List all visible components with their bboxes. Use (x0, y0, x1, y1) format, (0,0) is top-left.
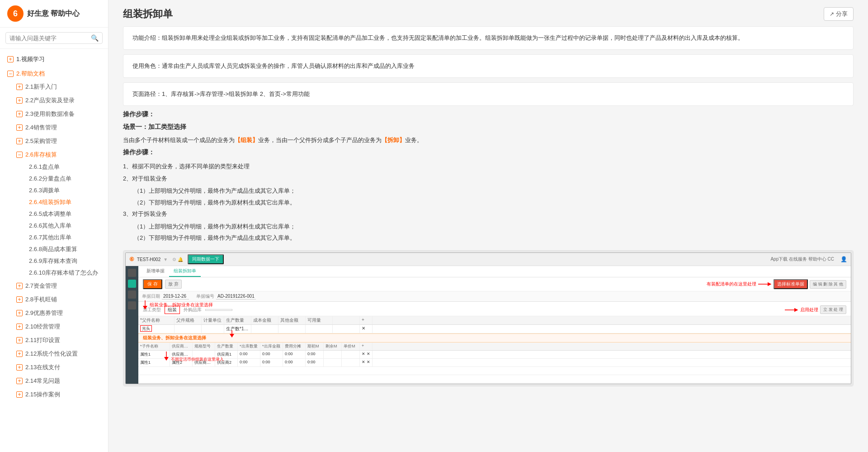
nav-deep-items-26: 2.6.1盘点单 2.6.2分量盘点单 2.6.3调拨单 2.6.4组装拆卸单 … (16, 161, 108, 279)
sidebar-item-261[interactable]: 2.6.1盘点单 (25, 161, 108, 173)
ss-lr2-rm (324, 359, 342, 366)
nav-sub-section-25: + 2.5采购管理 (16, 135, 108, 147)
nav-tree: + 1.视频学习 − 2.帮助文档 + 2.1新手入门 (0, 49, 108, 452)
plus-icon-212: + (16, 351, 23, 357)
search-box[interactable]: 🔍 (5, 32, 103, 44)
ss-col-other-amt: 其他金额 (278, 316, 306, 324)
sidebar-item-262[interactable]: 2.6.2分量盘点单 (25, 173, 108, 185)
nav-sub-section-212: + 2.12系统个性化设置 (16, 347, 108, 360)
sidebar-item-264[interactable]: 2.6.4组装拆卸单 (25, 196, 108, 208)
sidebar-item-24[interactable]: + 2.4销售管理 (16, 121, 108, 134)
sidebar-item-26-label: 2.6库存核算 (25, 151, 57, 159)
ss-arrow5 (163, 352, 170, 361)
ss-apply-btn[interactable]: 立 发 处 理 (820, 305, 846, 314)
ss-cancel-btn[interactable]: 放 弃 (165, 280, 182, 289)
ss-dropdown-arrow: ▼ (163, 257, 168, 262)
ss-user-icon: 👤 (840, 256, 847, 262)
ss-upper-cell-other (278, 325, 306, 333)
ss-col-price: 单价M (342, 343, 360, 350)
ss-date-label: 单据日期 (142, 293, 160, 300)
ss-upper-cell-spec (175, 325, 202, 333)
ss-arrow4 (229, 330, 235, 338)
screenshot-window: ⑥ TEST-H002 ▼ ⚙ 🔔 同期数据一下 App下载 在线服务 帮助中心… (125, 252, 851, 384)
sidebar-item-28[interactable]: + 2.8手机旺铺 (16, 293, 108, 306)
sidebar-item-26[interactable]: − 2.6库存核算 (16, 148, 108, 161)
ss-lower-table-header: *子件名称 供应商编号 规格型号 生产数量 *出库数量 *出库金额 费用分摊 期… (138, 343, 851, 351)
ss-select-standard-btn[interactable]: 选择标准单据 (774, 279, 808, 289)
ss-annotation1-text: 有装配清单的在这里处理 (707, 281, 756, 287)
sidebar-item-video[interactable]: + 1.视频学习 (0, 52, 108, 66)
sidebar-item-29[interactable]: + 2.9优惠券管理 (16, 307, 108, 319)
plus-icon-24: + (16, 124, 23, 131)
plus-icon-22: + (16, 97, 23, 104)
sidebar-item-212[interactable]: + 2.12系统个性化设置 (16, 347, 108, 360)
ss-upper-cell-avail (306, 325, 333, 333)
ss-lr2-oa: 0:00 (260, 359, 283, 366)
ss-nav-icon-2 (128, 280, 136, 288)
ss-col-extra (333, 316, 360, 324)
op-steps-label2: 操作步骤： (123, 148, 854, 157)
sidebar-item-210[interactable]: + 2.10经营管理 (16, 320, 108, 333)
sidebar-item-215-label: 2.15操作案例 (25, 390, 60, 399)
ss-col-avail: 可用量 (306, 316, 333, 324)
ss-upper-table-header: *父件名称 父件规格 计量单位 生产数量 成本金额 其他金额 可用量 + (138, 316, 851, 325)
ss-annotation1-area: 有装配清单的在这里处理 选择标准单据 编 辑 删 除 其 他 (707, 279, 846, 289)
ss-lower-table: *子件名称 供应商编号 规格型号 生产数量 *出库数量 *出库金额 费用分摊 期… (138, 343, 851, 384)
sidebar-item-29-label: 2.9优惠券管理 (25, 309, 63, 317)
svg-marker-2 (143, 306, 147, 309)
share-button[interactable]: ↗ 分享 (824, 7, 854, 21)
step1: 1、根据不同的业务，选择不同单据的类型来处理 (123, 161, 854, 171)
search-input[interactable] (9, 35, 91, 42)
sidebar-item-263[interactable]: 2.6.3调拨单 (25, 185, 108, 196)
sidebar-item-22-label: 2.2产品安装及登录 (25, 96, 75, 105)
ss-left-nav (126, 266, 138, 384)
screenshot-wrap: ⑥ TEST-H002 ▼ ⚙ 🔔 同期数据一下 App下载 在线服务 帮助中心… (123, 250, 854, 386)
share-label: 分享 (836, 10, 848, 18)
ss-no-label: 单据编号 (196, 293, 214, 300)
sidebar-item-23[interactable]: + 2.3使用前数据准备 (16, 108, 108, 120)
ss-col-remain: 剩余M (324, 343, 342, 350)
plus-icon-28: + (16, 296, 23, 303)
sidebar-item-269[interactable]: 2.6.9库存账本查询 (25, 255, 108, 267)
ss-lr1-oa: 0:00 (260, 351, 283, 358)
sidebar-item-215[interactable]: + 2.15操作案例 (16, 388, 108, 401)
sidebar-item-27[interactable]: + 2.7资金管理 (16, 280, 108, 292)
sidebar-item-214[interactable]: + 2.14常见问题 (16, 375, 108, 387)
sidebar-item-266[interactable]: 2.6.6其他入库单 (25, 220, 108, 232)
intro-text-2: 使用角色：通常由生产人员或库管人员完成拆装业务的操作，库管人员确认原材料的出库和… (132, 62, 415, 69)
sidebar-item-268[interactable]: 2.6.8商品成本重算 (25, 243, 108, 255)
step3: 3、对于拆装业务 (123, 209, 854, 219)
plus-icon-211: + (16, 337, 23, 343)
plus-icon-215: + (16, 391, 23, 398)
nav-section-video: + 1.视频学习 (0, 52, 108, 66)
sidebar-item-211[interactable]: + 2.11打印设置 (16, 334, 108, 347)
scenario1-desc: 当由多个子件材料组装成一个成品的业务为【组装】业务，当由一个父件拆分成多个子产品… (123, 135, 854, 145)
search-icon[interactable]: 🔍 (91, 34, 99, 42)
sidebar-item-25[interactable]: + 2.5采购管理 (16, 135, 108, 147)
screenshot-topbar: ⑥ TEST-H002 ▼ ⚙ 🔔 同期数据一下 App下载 在线服务 帮助中心… (126, 253, 851, 266)
ss-col-prod-qty2: 生产数量 (215, 343, 238, 350)
ss-col-init-m: 期初M (306, 343, 324, 350)
ss-icons: ⚙ 🔔 (172, 257, 183, 262)
sidebar-item-2610[interactable]: 2.6.10库存账本错了怎么办 (25, 267, 108, 279)
intro-box-2: 使用角色：通常由生产人员或库管人员完成拆装业务的操作，库管人员确认原材料的出库和… (123, 54, 854, 78)
ss-col-op2: + (360, 343, 373, 350)
sidebar-item-267[interactable]: 2.6.7其他出库单 (25, 232, 108, 243)
sidebar-item-docs[interactable]: − 2.帮助文档 (0, 67, 108, 81)
sidebar-item-265[interactable]: 2.6.5成本调整单 (25, 208, 108, 220)
ss-logo: ⑥ (129, 256, 134, 262)
ss-lr1-pr (342, 351, 360, 358)
ss-tab-new[interactable]: 新增单据 (142, 266, 169, 277)
sidebar-item-22[interactable]: + 2.2产品安装及登录 (16, 94, 108, 107)
sidebar-item-213[interactable]: + 2.13在线支付 (16, 361, 108, 374)
nav-sub-section-210: + 2.10经营管理 (16, 320, 108, 333)
ss-save-btn[interactable]: 保 存 (143, 279, 162, 289)
sidebar-item-21[interactable]: + 2.1新手入门 (16, 81, 108, 93)
step2-sub1: （1）上部明细为父件明细，最终作为产成品生成其它入库单； (123, 186, 854, 196)
ss-extra-btn[interactable]: 编 辑 删 除 其 他 (810, 280, 846, 289)
ss-col-out-amt: *出库金额 (260, 343, 283, 350)
ss-company: TEST-H002 (137, 257, 160, 262)
plus-icon-29: + (16, 310, 23, 316)
ss-tab-assembly[interactable]: 组装拆卸单 (169, 266, 201, 277)
ss-btn-teal[interactable]: 同期数据一下 (188, 254, 224, 264)
